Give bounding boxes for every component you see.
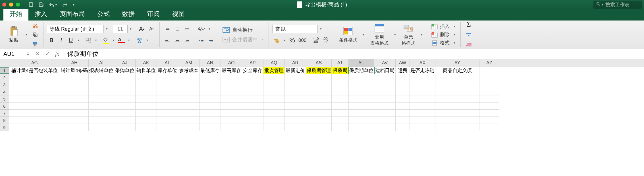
cell[interactable]	[221, 88, 242, 95]
cell[interactable]	[221, 103, 242, 110]
cell-styles-dropdown-icon[interactable]: ▾	[419, 33, 424, 36]
cell[interactable]	[221, 110, 242, 117]
cell[interactable]	[396, 81, 410, 88]
cell[interactable]	[9, 88, 60, 95]
cell[interactable]	[157, 74, 178, 81]
cell[interactable]	[435, 74, 479, 81]
cell[interactable]	[9, 95, 60, 103]
cell[interactable]	[374, 95, 396, 103]
name-box-spinner-icon[interactable]: ▲▼	[27, 51, 29, 56]
cell[interactable]	[221, 74, 242, 81]
currency-dropdown-icon[interactable]: ▾	[282, 36, 287, 45]
cell[interactable]	[60, 110, 89, 117]
tab-review[interactable]: 审阅	[141, 7, 166, 21]
cell[interactable]	[410, 88, 435, 95]
cell[interactable]	[349, 110, 374, 117]
cell[interactable]	[89, 95, 114, 103]
cell[interactable]	[332, 117, 349, 124]
format-dropdown-icon[interactable]: ▾	[452, 41, 457, 45]
cell[interactable]	[200, 88, 221, 95]
cell[interactable]	[306, 117, 332, 124]
cell[interactable]: 辅计量4是否包装单位	[9, 67, 60, 74]
paste-dropdown-icon[interactable]: ▾	[24, 33, 29, 36]
cell[interactable]	[306, 74, 332, 81]
cell[interactable]	[60, 88, 89, 95]
cell[interactable]	[136, 81, 157, 88]
save-as-icon[interactable]	[39, 2, 44, 7]
search-input[interactable]: ▾ 搜索工作表	[593, 1, 642, 9]
cell[interactable]	[349, 103, 374, 110]
cell[interactable]	[263, 124, 285, 131]
column-header[interactable]: AT	[332, 59, 349, 67]
align-center-button[interactable]	[173, 36, 182, 45]
font-size-select[interactable]: 11	[113, 25, 128, 33]
cond-fmt-dropdown-icon[interactable]: ▾	[361, 33, 366, 36]
cell[interactable]	[114, 88, 136, 95]
spreadsheet-grid[interactable]: AGAHAIAJAKALAMANAOAPAQARASATAUAVAWAXAYAZ…	[0, 59, 644, 131]
orientation-dropdown-icon[interactable]: ▾	[207, 25, 212, 33]
cell[interactable]	[332, 110, 349, 117]
cell[interactable]: 库存单位	[157, 67, 178, 74]
increase-decimal-button[interactable]: ←.0.00	[311, 36, 320, 45]
row-header[interactable]: 3	[0, 81, 9, 88]
cell[interactable]	[200, 95, 221, 103]
cell[interactable]: 安全库存	[242, 67, 263, 74]
cell[interactable]	[479, 117, 499, 124]
column-header[interactable]: AP	[242, 59, 263, 67]
cell[interactable]	[396, 124, 410, 131]
cell[interactable]	[242, 74, 263, 81]
undo-icon[interactable]: ▾	[49, 2, 57, 7]
cell[interactable]	[178, 88, 200, 95]
cell-styles-button[interactable]: 常规 单元 格样式	[399, 22, 417, 48]
cell[interactable]	[136, 110, 157, 117]
tab-layout[interactable]: 页面布局	[53, 7, 91, 21]
wrap-text-button[interactable]: 自动换行	[223, 26, 265, 33]
cell[interactable]	[157, 110, 178, 117]
cell[interactable]	[479, 124, 499, 131]
cell[interactable]	[285, 74, 306, 81]
cell[interactable]	[200, 74, 221, 81]
row-header[interactable]: 1	[0, 67, 9, 74]
cell[interactable]	[178, 103, 200, 110]
delete-cells-button[interactable]: ✕ 删除▾	[431, 31, 457, 38]
cell[interactable]	[200, 103, 221, 110]
tab-formulas[interactable]: 公式	[91, 7, 116, 21]
orientation-button[interactable]: ab↗	[197, 25, 206, 33]
column-header[interactable]: AR	[285, 59, 306, 67]
cell[interactable]	[435, 81, 479, 88]
cell[interactable]: 参考成本	[178, 67, 200, 74]
row-header[interactable]: 6	[0, 103, 9, 110]
cell[interactable]	[89, 81, 114, 88]
cell[interactable]	[263, 95, 285, 103]
italic-button[interactable]: I	[57, 36, 66, 45]
column-header[interactable]: AI	[89, 59, 114, 67]
tab-view[interactable]: 视图	[166, 7, 191, 21]
row-header[interactable]: 2	[0, 74, 9, 81]
phonetic-button[interactable]: abcA	[135, 36, 144, 45]
cell[interactable]	[410, 74, 435, 81]
cell[interactable]	[479, 81, 499, 88]
number-format-dropdown-icon[interactable]: ▾	[318, 25, 323, 33]
border-dropdown-icon[interactable]: ▾	[94, 36, 99, 45]
cell[interactable]	[332, 95, 349, 103]
column-header[interactable]: AU	[349, 59, 374, 67]
decrease-decimal-button[interactable]: .00→.0	[321, 36, 330, 45]
cell[interactable]	[349, 117, 374, 124]
cell[interactable]	[178, 117, 200, 124]
cell[interactable]: 采购单位	[114, 67, 136, 74]
cell[interactable]	[349, 81, 374, 88]
cell[interactable]	[242, 103, 263, 110]
cell[interactable]	[285, 88, 306, 95]
cell[interactable]	[410, 110, 435, 117]
row-header[interactable]: 7	[0, 110, 9, 117]
format-painter-button[interactable]	[31, 40, 40, 48]
cell[interactable]: 最高库存	[221, 67, 242, 74]
cell[interactable]	[178, 81, 200, 88]
cell[interactable]	[374, 117, 396, 124]
cell[interactable]	[9, 103, 60, 110]
column-header[interactable]: AO	[221, 59, 242, 67]
cell[interactable]	[157, 124, 178, 131]
cell[interactable]	[374, 103, 396, 110]
column-header[interactable]: AG	[9, 59, 60, 67]
cell[interactable]	[221, 81, 242, 88]
